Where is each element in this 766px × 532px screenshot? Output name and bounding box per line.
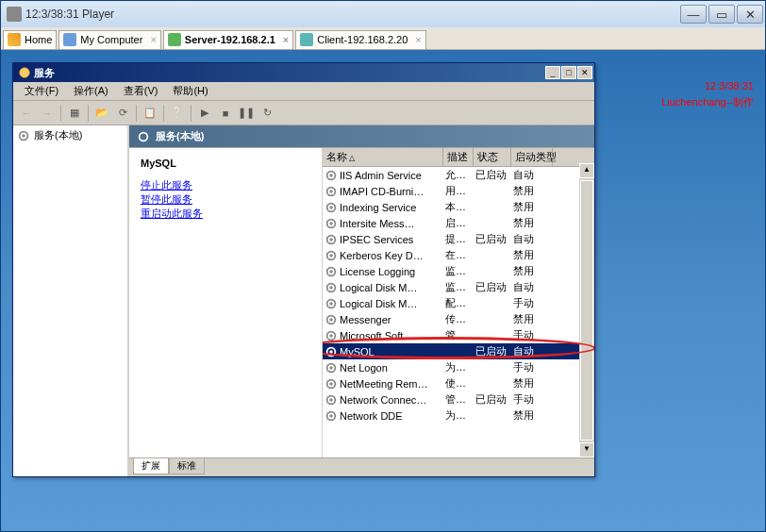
cell-name: Microsoft Soft… <box>340 330 445 341</box>
cell-start: 禁用 <box>513 264 555 278</box>
minimize-button[interactable]: — <box>680 5 707 24</box>
pause-link[interactable]: 暂停此服务 <box>141 193 192 205</box>
service-row[interactable]: NetMeeting Rem…使…禁用 <box>323 375 594 391</box>
back-button[interactable]: ← <box>17 104 36 123</box>
properties-button[interactable]: ▦ <box>65 104 84 123</box>
column-start[interactable]: 启动类型 <box>511 148 553 166</box>
svg-point-2 <box>22 134 25 138</box>
service-row[interactable]: Indexing Service本…禁用 <box>323 199 594 215</box>
service-row[interactable]: MySQL已启动自动 <box>323 343 594 359</box>
cell-desc: 管… <box>445 328 475 342</box>
outer-titlebar: 12:3/38:31 Player — ▭ ✕ <box>1 1 765 27</box>
svg-point-27 <box>329 350 333 354</box>
scroll-thumb[interactable] <box>580 180 593 441</box>
cell-desc: 在… <box>445 248 475 262</box>
menu-action[interactable]: 操作(A) <box>66 82 116 100</box>
gear-icon <box>325 345 338 358</box>
service-row[interactable]: Kerberos Key D…在…禁用 <box>323 247 594 263</box>
tab-home[interactable]: Home <box>3 30 57 49</box>
service-row[interactable]: Messenger传…禁用 <box>323 311 594 327</box>
cell-name: MySQL <box>340 346 445 357</box>
tab-close-icon[interactable]: × <box>415 34 421 45</box>
svc-minimize-button[interactable]: _ <box>545 66 560 79</box>
export-button[interactable]: 📋 <box>141 104 159 123</box>
cell-desc: 监… <box>445 264 475 278</box>
cell-name: IMAPI CD-Burni… <box>340 186 445 197</box>
scroll-up-icon[interactable]: ▲ <box>579 163 594 178</box>
gear-icon <box>325 169 338 182</box>
service-row[interactable]: Logical Disk M…配…手动 <box>323 295 594 311</box>
cell-status: 已启动 <box>475 232 513 246</box>
service-row[interactable]: Net Logon为…手动 <box>323 359 594 375</box>
service-row[interactable]: IPSEC Services提…已启动自动 <box>323 231 594 247</box>
service-row[interactable]: IIS Admin Service允…已启动自动 <box>323 167 594 183</box>
cell-desc: 配… <box>445 296 475 310</box>
vertical-scrollbar[interactable]: ▲ ▼ <box>579 163 594 457</box>
column-name[interactable]: 名称△ <box>323 148 443 166</box>
service-row[interactable]: Microsoft Soft…管…手动 <box>323 327 594 343</box>
cell-name: License Logging <box>340 266 445 277</box>
cell-status: 已启动 <box>475 168 513 182</box>
computer-icon <box>63 33 76 46</box>
svg-point-5 <box>329 174 333 177</box>
cell-desc: 允… <box>445 168 475 182</box>
tree-root-item[interactable]: 服务(本地) <box>15 127 125 143</box>
cell-name: Network DDE <box>340 410 445 422</box>
cell-start: 自动 <box>513 280 555 294</box>
service-row[interactable]: IMAPI CD-Burni…用…禁用 <box>323 183 594 199</box>
service-row[interactable]: License Logging监…禁用 <box>323 263 594 279</box>
play-button[interactable]: ▶ <box>195 104 214 123</box>
cell-start: 自动 <box>513 232 555 246</box>
refresh-button[interactable]: ⟳ <box>113 104 132 123</box>
stop-button[interactable]: ■ <box>216 104 235 123</box>
services-icon <box>18 66 31 79</box>
column-status[interactable]: 状态 <box>474 148 511 166</box>
bottom-tabs: 扩展 标准 <box>129 457 594 476</box>
gear-icon <box>325 313 338 326</box>
cell-start: 禁用 <box>513 216 555 230</box>
tab-server[interactable]: Server-192.168.2.1 × <box>163 30 293 49</box>
gear-icon <box>325 393 338 407</box>
toolbar: ← → ▦ 📂 ⟳ 📋 ❔ ▶ ■ ❚❚ ↻ <box>13 101 594 125</box>
restart-link[interactable]: 重启动此服务 <box>141 208 203 219</box>
svg-point-13 <box>329 238 333 241</box>
cell-start: 禁用 <box>513 408 555 423</box>
svc-close-button[interactable]: ✕ <box>577 66 592 79</box>
cell-status: 已启动 <box>475 280 513 294</box>
maximize-button[interactable]: ▭ <box>708 5 735 24</box>
svc-maximize-button[interactable]: □ <box>561 66 576 79</box>
menu-view[interactable]: 查看(V) <box>116 82 166 100</box>
tree-pane: 服务(本地) <box>13 125 129 476</box>
open-button[interactable]: 📂 <box>92 104 111 123</box>
gear-icon <box>325 249 338 262</box>
service-row[interactable]: Intersite Mess…启…禁用 <box>323 215 594 231</box>
tab-extended[interactable]: 扩展 <box>133 458 169 474</box>
service-row[interactable]: Logical Disk M…监…已启动自动 <box>323 279 594 295</box>
column-desc[interactable]: 描述 <box>443 148 474 166</box>
scroll-down-icon[interactable]: ▼ <box>579 442 594 457</box>
svg-point-17 <box>329 270 333 274</box>
tab-my-computer[interactable]: My Computer × <box>58 30 160 49</box>
menu-help[interactable]: 帮助(H) <box>165 82 215 100</box>
tab-standard[interactable]: 标准 <box>169 458 205 474</box>
help-button[interactable]: ❔ <box>168 104 187 123</box>
svg-point-35 <box>329 414 333 418</box>
services-titlebar[interactable]: 服务 _ □ ✕ <box>13 63 594 82</box>
stop-link[interactable]: 停止此服务 <box>141 179 192 191</box>
cell-name: Logical Disk M… <box>340 298 445 309</box>
service-row[interactable]: Network DDE为…禁用 <box>323 407 594 424</box>
gear-icon <box>137 130 150 143</box>
selected-service-name: MySQL <box>141 158 310 169</box>
tab-client[interactable]: Client-192.168.2.20 × <box>295 30 425 49</box>
close-button[interactable]: ✕ <box>737 5 763 24</box>
restart-button[interactable]: ↻ <box>258 104 276 123</box>
cell-start: 手动 <box>513 328 555 342</box>
pause-button[interactable]: ❚❚ <box>237 104 256 123</box>
cell-name: IPSEC Services <box>340 234 445 245</box>
forward-button[interactable]: → <box>38 104 57 123</box>
cell-status: 已启动 <box>475 344 513 358</box>
service-row[interactable]: Network Connec…管…已启动手动 <box>323 391 594 407</box>
tab-close-icon[interactable]: × <box>283 34 289 45</box>
tab-close-icon[interactable]: × <box>150 34 156 45</box>
menu-file[interactable]: 文件(F) <box>17 82 66 100</box>
